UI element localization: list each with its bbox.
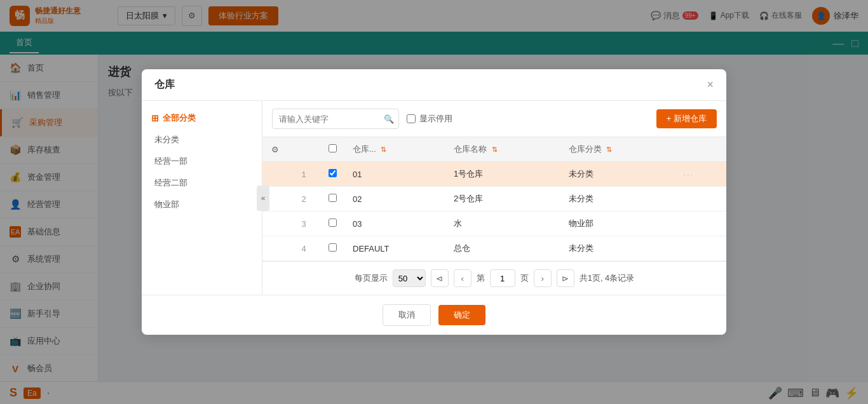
next-page-button[interactable]: › bbox=[534, 269, 552, 287]
sort-name-icon[interactable]: ⇅ bbox=[492, 145, 498, 153]
col-actions bbox=[675, 137, 726, 162]
dialog-header: 仓库 × bbox=[142, 69, 726, 101]
row-checkbox[interactable] bbox=[329, 169, 337, 177]
row-num: 4 bbox=[288, 236, 320, 261]
sort-category-icon[interactable]: ⇅ bbox=[606, 145, 612, 153]
grid-icon: ⊞ bbox=[151, 113, 159, 123]
collapse-panel-button[interactable]: « bbox=[257, 185, 269, 211]
sort-code-icon[interactable]: ⇅ bbox=[381, 145, 386, 153]
modal-overlay: 仓库 × ⊞ 全部分类 未分类 经营一部 经营二部 物业部 « bbox=[0, 0, 868, 404]
row-category: 未分类 bbox=[561, 162, 676, 187]
row-dots: ··· bbox=[675, 162, 726, 187]
row-code: 03 bbox=[345, 212, 446, 236]
category-item-property[interactable]: 物业部 bbox=[142, 194, 262, 215]
table-row[interactable]: 3 03 水 物业部 bbox=[262, 212, 726, 236]
row-name: 2号仓库 bbox=[446, 187, 561, 212]
row-dots bbox=[675, 187, 726, 212]
dialog-toolbar: 🔍 显示停用 + 新增仓库 bbox=[262, 101, 726, 137]
col-category: 仓库分类 ⇅ bbox=[561, 137, 676, 162]
table-row[interactable]: 4 DEFAULT 总仓 未分类 bbox=[262, 236, 726, 261]
close-button[interactable]: × bbox=[707, 78, 714, 91]
confirm-button[interactable]: 确定 bbox=[438, 305, 485, 325]
row-code: 01 bbox=[345, 162, 446, 187]
gear-col-icon: ⚙ bbox=[271, 145, 279, 154]
category-item-unclassified[interactable]: 未分类 bbox=[142, 129, 262, 151]
row-category: 物业部 bbox=[561, 212, 676, 236]
col-name: 仓库名称 ⇅ bbox=[446, 137, 561, 162]
row-name: 水 bbox=[446, 212, 561, 236]
add-warehouse-button[interactable]: + 新增仓库 bbox=[656, 109, 717, 128]
row-category: 未分类 bbox=[561, 236, 676, 261]
row-code: 02 bbox=[345, 187, 446, 212]
row-name: 1号仓库 bbox=[446, 162, 561, 187]
row-checkbox[interactable] bbox=[329, 194, 337, 202]
right-panel: 🔍 显示停用 + 新增仓库 ⚙ bbox=[262, 101, 726, 295]
category-item-dept1[interactable]: 经营一部 bbox=[142, 151, 262, 172]
row-gear bbox=[262, 162, 288, 187]
row-code: DEFAULT bbox=[345, 236, 446, 261]
row-checkbox[interactable] bbox=[329, 219, 337, 227]
prev-page-button[interactable]: ‹ bbox=[454, 269, 471, 287]
table-row[interactable]: 1 01 1号仓库 未分类 ··· bbox=[262, 162, 726, 187]
cancel-button[interactable]: 取消 bbox=[383, 304, 431, 326]
table-row[interactable]: 2 02 2号仓库 未分类 bbox=[262, 187, 726, 212]
row-check bbox=[320, 187, 345, 212]
search-icon[interactable]: 🔍 bbox=[384, 114, 394, 124]
category-item-dept2[interactable]: 经营二部 bbox=[142, 172, 262, 194]
row-gear bbox=[262, 212, 288, 236]
dialog-body: ⊞ 全部分类 未分类 经营一部 经营二部 物业部 « 🔍 bbox=[142, 101, 726, 295]
table-header-row: ⚙ 仓库... ⇅ bbox=[262, 137, 726, 162]
col-check bbox=[320, 137, 345, 162]
last-page-button[interactable]: ⊳ bbox=[557, 269, 574, 287]
col-num bbox=[288, 137, 320, 162]
row-dots bbox=[675, 212, 726, 236]
row-name: 总仓 bbox=[446, 236, 561, 261]
search-input[interactable] bbox=[272, 109, 399, 129]
warehouse-dialog: 仓库 × ⊞ 全部分类 未分类 经营一部 经营二部 物业部 « bbox=[142, 69, 726, 335]
row-check bbox=[320, 212, 345, 236]
row-category: 未分类 bbox=[561, 187, 676, 212]
row-check bbox=[320, 162, 345, 187]
pagination-summary: 共1页, 4条记录 bbox=[580, 273, 635, 284]
per-page-label: 每页显示 bbox=[355, 273, 388, 284]
dialog-footer: 取消 确定 bbox=[142, 295, 726, 335]
category-header-label: 全部分类 bbox=[163, 112, 196, 124]
category-all[interactable]: ⊞ 全部分类 bbox=[142, 107, 262, 129]
row-dots bbox=[675, 236, 726, 261]
search-wrap: 🔍 bbox=[272, 109, 399, 129]
page-label: 第 bbox=[477, 273, 485, 284]
row-gear bbox=[262, 236, 288, 261]
col-code: 仓库... ⇅ bbox=[345, 137, 446, 162]
category-panel: ⊞ 全部分类 未分类 经营一部 经营二部 物业部 « bbox=[142, 101, 262, 295]
row-num: 3 bbox=[288, 212, 320, 236]
row-check bbox=[320, 236, 345, 261]
page-size-select[interactable]: 50 100 bbox=[393, 269, 426, 287]
page-input[interactable] bbox=[490, 269, 515, 287]
row-num: 1 bbox=[288, 162, 320, 187]
show-disabled-label: 显示停用 bbox=[407, 113, 452, 125]
warehouse-table: ⚙ 仓库... ⇅ bbox=[262, 137, 726, 261]
page-unit: 页 bbox=[520, 273, 529, 284]
row-num: 2 bbox=[288, 187, 320, 212]
show-disabled-checkbox[interactable] bbox=[407, 114, 416, 123]
dialog-title: 仓库 bbox=[154, 78, 175, 91]
col-gear: ⚙ bbox=[262, 137, 288, 162]
row-checkbox[interactable] bbox=[329, 243, 337, 252]
pagination: 每页显示 50 100 ⊲ ‹ 第 页 › ⊳ 共1页, 4条记录 bbox=[262, 261, 726, 295]
first-page-button[interactable]: ⊲ bbox=[431, 269, 449, 287]
select-all-checkbox[interactable] bbox=[329, 144, 337, 152]
